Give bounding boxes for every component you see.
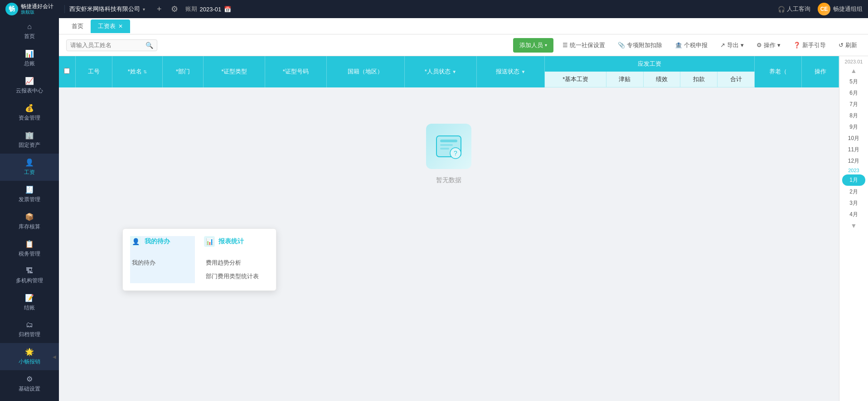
- timeline-2[interactable]: 2月: [839, 186, 868, 198]
- timeline-down-nav[interactable]: ▼: [849, 220, 859, 231]
- personnel-filter-icon: ▼: [452, 69, 456, 74]
- th-name[interactable]: *姓名 ⇅: [112, 56, 163, 87]
- funds-icon: 💰: [25, 104, 34, 112]
- tab-home[interactable]: 首页: [64, 19, 91, 33]
- sidebar-item-payroll[interactable]: 👤 工资: [0, 154, 59, 181]
- tax-filing-action[interactable]: 🏦 个税申报: [671, 39, 711, 51]
- sidebar-item-home[interactable]: ⌂ 首页: [0, 18, 59, 45]
- sidebar-item-closing[interactable]: 📝 结账: [0, 289, 59, 316]
- sidebar-label: 工资: [24, 169, 35, 176]
- th-checkbox[interactable]: [59, 56, 75, 87]
- th-id-type: *证型类型: [204, 56, 265, 87]
- timeline-1[interactable]: 1月: [842, 174, 865, 186]
- user-area[interactable]: CE 畅捷通组组: [818, 3, 863, 15]
- top-header: 畅 畅捷通好会计 旗舰版 西安虾米网络科技有限公司 ▾ + ⚙ 账期 2023-…: [0, 0, 868, 18]
- name-sort-icon: ⇅: [143, 69, 147, 74]
- sidebar-item-funds[interactable]: 💰 资金管理: [0, 99, 59, 126]
- tab-close-icon[interactable]: ✕: [118, 23, 123, 29]
- sidebar-label: 云报表中心: [16, 87, 43, 95]
- th-report-status[interactable]: 报送状态 ▼: [477, 56, 545, 87]
- sidebar-label: 总账: [24, 60, 35, 68]
- svg-rect-3: [440, 148, 449, 150]
- search-icon[interactable]: 🔍: [145, 42, 153, 49]
- payroll-icon: 👤: [25, 158, 34, 167]
- timeline-current-year: 2023: [848, 168, 859, 173]
- empty-text: 暂无数据: [436, 176, 461, 184]
- tax-icon: 🏦: [675, 42, 682, 48]
- refresh-action[interactable]: ↺ 刷新: [835, 39, 861, 51]
- settings-button[interactable]: ⚙: [167, 3, 182, 15]
- report-icon: 📈: [25, 77, 34, 85]
- timeline-year: 2023.01: [839, 58, 868, 65]
- guide-icon2: ❓: [793, 42, 800, 48]
- social-security-action[interactable]: ☰ 统一社保设置: [559, 39, 609, 51]
- sidebar-label: 发票管理: [19, 196, 40, 203]
- sidebar-label: 小畅报销: [19, 358, 40, 366]
- export-action[interactable]: ↗ 导出 ▾: [717, 39, 747, 51]
- tab-payroll[interactable]: 工资表 ✕: [91, 19, 130, 33]
- th-total: 合计: [718, 72, 755, 87]
- popup-todo-title: 我的待办: [145, 237, 170, 246]
- sidebar-item-multi-org[interactable]: 🏗 多机构管理: [0, 262, 59, 289]
- timeline-3[interactable]: 3月: [839, 198, 868, 209]
- timeline-10[interactable]: 10月: [839, 133, 868, 144]
- svg-text:?: ?: [454, 150, 457, 157]
- tab-payroll-label: 工资表: [98, 22, 116, 30]
- timeline-8[interactable]: 8月: [839, 110, 868, 121]
- guide-action[interactable]: ❓ 新手引导: [790, 39, 829, 51]
- content-area: 首页 工资表 ✕ 🔍 添加人员 ▾ ☰ 统一社保设置 📎: [59, 18, 868, 401]
- calendar-icon[interactable]: 📅: [224, 6, 231, 13]
- sidebar-label: 基础设置: [19, 385, 40, 393]
- sidebar-item-expense[interactable]: 🌟 小畅报销 ◀: [0, 343, 59, 370]
- sidebar-item-guide[interactable]: ▶ 新手引导: [0, 397, 59, 401]
- todo-icon: 👤: [130, 236, 141, 247]
- timeline-7[interactable]: 7月: [839, 99, 868, 110]
- popup-item-dept-cost[interactable]: 部门费用类型统计表: [204, 270, 269, 283]
- sidebar: ⌂ 首页 📊 总账 📈 云报表中心 💰 资金管理 🏢 固定资产 👤 工资 🧾 发…: [0, 18, 59, 401]
- archive-icon: 🗂: [26, 321, 33, 329]
- timeline-5[interactable]: 5月: [839, 76, 868, 87]
- company-selector[interactable]: 西安虾米网络科技有限公司 ▾: [64, 5, 150, 13]
- service-button[interactable]: 🎧 人工客询: [778, 5, 810, 13]
- th-allowance: 津贴: [606, 72, 644, 87]
- sidebar-item-report[interactable]: 📈 云报表中心: [0, 72, 59, 99]
- th-personnel-status[interactable]: *人员状态 ▼: [404, 56, 476, 87]
- popup-col-report-header: 📊 报表统计: [204, 236, 269, 251]
- popup-col-todo-header: 👤 我的待办: [130, 236, 195, 251]
- timeline-9[interactable]: 9月: [839, 121, 868, 133]
- empty-state-cell: ? 暂无数据: [59, 87, 839, 221]
- add-person-label: 添加人员: [519, 41, 543, 49]
- sidebar-item-tax[interactable]: 📋 税务管理: [0, 235, 59, 262]
- th-employee-no: 工号: [75, 56, 112, 87]
- social-security-icon: ☰: [563, 42, 568, 48]
- headset-icon: 🎧: [778, 6, 785, 13]
- sidebar-item-archive[interactable]: 🗂 归档管理: [0, 316, 59, 343]
- popup-item-todo[interactable]: 我的待办: [130, 256, 195, 270]
- main-layout: ⌂ 首页 📊 总账 📈 云报表中心 💰 资金管理 🏢 固定资产 👤 工资 🧾 发…: [0, 18, 868, 401]
- popup-columns: 👤 我的待办 我的待办 📊 报表统计 费用趋势分析 部门费用类型统计表: [130, 236, 269, 283]
- special-deduction-action[interactable]: 📎 专项附加扣除: [614, 39, 666, 51]
- timeline-up-nav[interactable]: ▲: [849, 65, 859, 76]
- popup-item-cost-trend[interactable]: 费用趋势分析: [204, 256, 269, 270]
- logo-icon: 畅: [5, 3, 18, 15]
- operations-action[interactable]: ⚙ 操作 ▾: [753, 39, 784, 51]
- sidebar-item-inventory[interactable]: 📦 库存核算: [0, 208, 59, 235]
- select-all-checkbox[interactable]: [64, 68, 70, 74]
- popup-col-todo: 👤 我的待办 我的待办: [130, 236, 195, 283]
- sidebar-item-invoice[interactable]: 🧾 发票管理: [0, 181, 59, 208]
- add-person-button[interactable]: 添加人员 ▾: [513, 38, 553, 53]
- timeline-6[interactable]: 6月: [839, 87, 868, 99]
- sidebar-item-assets[interactable]: 🏢 固定资产: [0, 126, 59, 154]
- timeline-11[interactable]: 11月: [839, 144, 868, 155]
- refresh-icon: ↺: [839, 42, 844, 48]
- operations-icon: ⚙: [756, 42, 762, 48]
- sidebar-item-settings[interactable]: ⚙ 基础设置: [0, 370, 59, 397]
- timeline-12[interactable]: 12月: [839, 155, 868, 167]
- home-icon: ⌂: [27, 23, 32, 31]
- report-filter-icon: ▼: [521, 69, 526, 74]
- tab-bar: 首页 工资表 ✕: [59, 18, 868, 34]
- sidebar-item-ledger[interactable]: 📊 总账: [0, 45, 59, 72]
- add-button[interactable]: +: [153, 3, 165, 15]
- search-input[interactable]: [70, 42, 143, 48]
- timeline-4[interactable]: 4月: [839, 209, 868, 220]
